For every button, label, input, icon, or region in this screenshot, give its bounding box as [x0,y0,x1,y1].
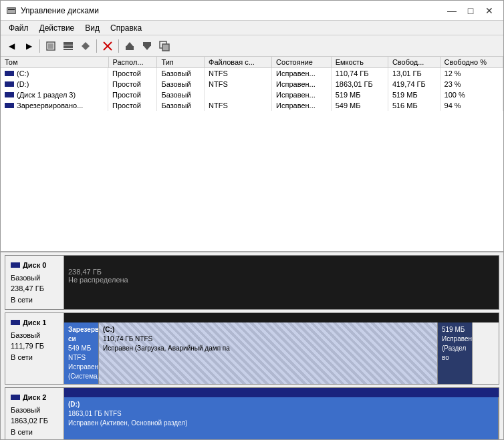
svg-rect-6 [64,45,73,48]
cell-status: Исправен... [272,100,332,111]
cell-status: Исправен... [272,79,332,89]
close-button[interactable]: ✕ [481,4,498,17]
main-window: Управление дисками — □ ✕ Файл Действие В… [0,0,504,440]
cell-name-text: (C:) [17,69,29,77]
svg-rect-10 [126,46,134,50]
menu-action[interactable]: Действие [34,22,80,34]
cell-name-text: Зарезервировано... [17,101,83,109]
toolbar-sep-1 [39,39,40,53]
main-content: Том Распол... Тип Файловая с... Состояни… [1,57,503,439]
cell-name-text: (D:) [17,80,29,88]
disk-partitions: 238,47 ГБНе распределена [64,265,499,309]
disk-label: Диск 1 Базовый 111,79 ГБ В сети [5,313,64,384]
partition-block[interactable]: 238,47 ГБНе распределена [64,265,499,309]
cell-type: Базовый [157,89,205,100]
col-header-tom[interactable]: Том [1,57,108,68]
disk-label-icon [11,395,20,400]
disk-label-title: Диск 0 [11,260,58,271]
partition-block[interactable]: Зарезервировано си 549 МБ NTFS Исправен … [64,322,99,384]
toolbar-btn-4[interactable] [122,38,138,54]
cell-freepct: 94 % [440,100,503,111]
menu-view[interactable]: Вид [80,22,105,34]
table-row[interactable]: Зарезервировано... Простой Базовый NTFS … [1,100,503,111]
table-row[interactable]: (Диск 1 раздел 3) Простой Базовый Исправ… [1,89,503,100]
cell-layout: Простой [108,100,157,111]
svg-rect-12 [143,42,151,46]
disk-map-container: Диск 0 Базовый 238,47 ГБ В сети 238,47 Г… [1,252,503,439]
disk-label-icon [11,262,20,268]
disk-label-title: Диск 1 [11,317,58,328]
svg-rect-7 [64,49,73,50]
col-header-status[interactable]: Состояние [272,57,332,68]
cell-status: Исправен... [272,89,332,100]
menu-file[interactable]: Файл [3,22,34,34]
menu-help[interactable]: Справка [105,22,147,34]
toolbar-btn-3[interactable] [78,38,94,54]
disk-label: Диск 0 Базовый 238,47 ГБ В сети [5,256,64,309]
disk-type: Базовый [11,330,58,341]
maximize-button[interactable]: □ [462,4,479,17]
disk-status: В сети [11,352,58,363]
disk-size: 111,79 ГБ [11,341,58,352]
window-title: Управление дисками [21,6,99,15]
toolbar-btn-5[interactable] [139,38,155,54]
svg-rect-2 [8,9,15,10]
cell-capacity: 549 МБ [331,100,388,111]
menu-bar: Файл Действие Вид Справка [1,21,503,35]
cell-type: Базовый [157,68,205,79]
toolbar-btn-2[interactable] [60,38,76,54]
disk-label-title: Диск 2 [11,392,58,403]
back-button[interactable]: ◀ [3,38,19,54]
disk-id: Диск 2 [23,392,46,403]
cell-free: 13,01 ГБ [388,68,440,79]
col-header-layout[interactable]: Распол... [108,57,157,68]
cell-fs: NTFS [205,100,272,111]
disk-label-icon [11,320,20,325]
toolbar-btn-1[interactable] [43,38,59,54]
forward-button[interactable]: ▶ [21,38,37,54]
col-header-freepct[interactable]: Свободно % [440,57,503,68]
cell-fs [205,89,272,100]
partition-block[interactable]: 519 МБ Исправен (Раздел во [438,322,473,384]
title-controls: — □ ✕ [443,4,498,17]
svg-rect-5 [64,42,73,45]
cell-free: 516 МБ [388,100,440,111]
cell-name: (Диск 1 раздел 3) [1,89,108,100]
partition-block[interactable]: (C:) 110,74 ГБ NTFS Исправен (Загрузка, … [99,322,438,384]
disk-icon [5,103,14,108]
col-header-capacity[interactable]: Емкость [331,57,388,68]
disk-size: 238,47 ГБ [11,283,58,294]
table-row[interactable]: (C:) Простой Базовый NTFS Исправен... 11… [1,68,503,79]
svg-marker-13 [144,46,150,50]
cell-status: Исправен... [272,68,332,79]
disk-entry: Диск 2 Базовый 1863,02 ГБ В сети (D:) 18… [5,387,499,439]
delete-button[interactable] [100,38,116,54]
cell-name: (D:) [1,79,108,89]
partition-block[interactable]: (D:) 1863,01 ГБ NTFS Исправен (Активен, … [64,397,499,439]
table-area[interactable]: Том Распол... Тип Файловая с... Состояни… [1,57,503,252]
cell-freepct: 12 % [440,68,503,79]
disk-visual: Зарезервировано си 549 МБ NTFS Исправен … [64,313,499,384]
col-header-fs[interactable]: Файловая с... [205,57,272,68]
cell-name-text: (Диск 1 раздел 3) [17,91,76,99]
disk-icon [5,71,14,76]
disk-visual: (D:) 1863,01 ГБ NTFS Исправен (Активен, … [64,388,499,439]
cell-capacity: 519 МБ [331,89,388,100]
disk-label: Диск 2 Базовый 1863,02 ГБ В сети [5,388,64,439]
disk-icon [5,92,14,97]
table-row[interactable]: (D:) Простой Базовый NTFS Исправен... 18… [1,79,503,89]
col-header-free[interactable]: Свобод... [388,57,440,68]
cell-type: Базовый [157,79,205,89]
disk-status: В сети [11,294,58,306]
disk-map-area[interactable]: Диск 0 Базовый 238,47 ГБ В сети 238,47 Г… [1,252,503,439]
disk-entry: Диск 0 Базовый 238,47 ГБ В сети 238,47 Г… [5,255,499,310]
cell-layout: Простой [108,68,157,79]
cell-type: Базовый [157,100,205,111]
minimize-button[interactable]: — [443,4,461,17]
cell-capacity: 1863,01 ГБ [331,79,388,89]
toolbar-sep-2 [96,39,97,53]
disk-status: В сети [11,427,58,438]
disk-table: Том Распол... Тип Файловая с... Состояни… [1,57,503,111]
col-header-type[interactable]: Тип [157,57,205,68]
toolbar-btn-6[interactable] [156,38,172,54]
